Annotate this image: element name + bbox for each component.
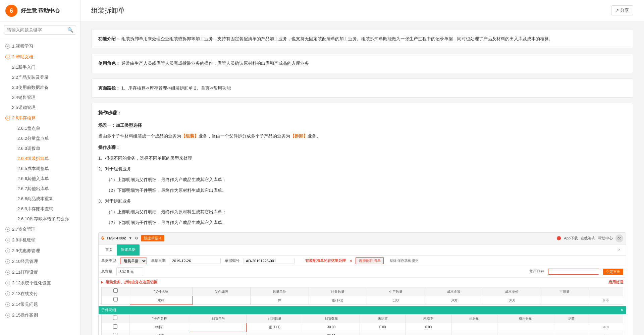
sim-test-id: TEST-H002 [107,235,126,242]
sidebar-item-sales[interactable]: 2.4销售管理 [0,93,80,103]
sim-th-checkbox [102,287,130,296]
sidebar-item-cost-recalc[interactable]: 2.6.8商品成本重算 [0,194,80,204]
expand-icon-cases: + [5,313,10,318]
sim-date-input[interactable] [170,258,221,264]
sim-currency-input[interactable] [548,269,599,275]
sim-upper-table: *父件名称 父件编码 数量单位 计量数量 生产数量 成本金额 成本单价 可用量 [101,287,623,305]
search-input[interactable] [7,27,67,33]
logo-icon: 6 [5,5,17,17]
expand-icon-payment: + [5,291,10,296]
share-icon: ↗ [615,8,619,13]
sim-th-op [588,287,623,296]
sidebar-item-video[interactable]: + 1.视频学习 [0,41,80,52]
expand-icon-coupon: + [5,248,10,253]
sim-th-prod-qty: 生产数量 [367,287,425,296]
share-button[interactable]: ↗ 分享 [611,5,633,15]
role-block: 使用角色： 通常由生产人员或库管人员完成拆装业务的操作，库管人员确认原材料的出库… [91,54,633,73]
step3-2: （2）下部明细为子件明细，最终作为产成品生成其它入库单。 [98,218,626,227]
sidebar-item-print[interactable]: + 2.11打印设置 [0,267,80,278]
sim-th-qty-unit: 数量单位 [251,287,309,296]
intro-block: 功能介绍： 组装拆卸单用来处理企业组装或拆卸等加工业务，支持有固定装配清单的产品… [91,29,633,48]
sidebar-item-faq[interactable]: + 2.14常见问题 [0,299,80,310]
sidebar-item-payment[interactable]: + 2.13在线支付 [0,288,80,299]
annotation1-arrow [350,260,352,262]
sim-confirm-btn[interactable]: 立定支出 [603,269,623,275]
sidebar-item-install[interactable]: 2.2产品安装及登录 [0,72,80,82]
sidebar-item-stocktake[interactable]: 2.6.1盘点单 [0,123,80,133]
sidebar-item-transfer[interactable]: 2.6.3调拨单 [0,144,80,154]
step3: 3、对于拆卸业务 [98,197,626,206]
sidebar-item-inventory[interactable]: − 2.6库存核算 [0,113,80,123]
sim-tab-new[interactable]: 新建单据 [117,244,140,256]
step1: 1、根据不同的业务，选择不同单据的类型来处理 [98,154,626,163]
sidebar-item-assembly[interactable]: 2.6.4组装拆卸单 [0,154,80,164]
ops-block: 操作步骤： 场景一：加工类型选择 当由多个子件材料组装成一个成品的业务为【组装】… [91,103,633,335]
sim-type-label: 单据类型 [101,258,116,264]
annotation2-row: 组装业务、拆卸业务在这里切换 启用处理 [99,278,626,287]
intro-label: 功能介绍： [98,36,120,41]
sim-form-row: 单据类型 组装单据 拆卸单据 单据日期 单据编号 有装配清单的在这里处理 选择配… [99,256,626,266]
path-block: 页面路径： 1、库存核算->库存管理->组装拆卸单 2、首页->常用功能 [91,78,633,98]
role-text: 通常由生产人员或库管人员完成拆装业务的操作，库管人员确认原材料的出库和产成品的入… [121,61,309,66]
annotation3-text: 启用处理 [608,279,623,286]
sidebar-item-finance[interactable]: + 2.7资金管理 [0,224,80,235]
logo-area: 6 好生意 帮助中心 [0,0,80,22]
expand-icon: + [5,44,10,49]
sidebar-item-partial-stocktake[interactable]: 2.6.2分量盘点单 [0,133,80,144]
sim-new-doc-btn[interactable]: 新建单据-1 [141,235,164,241]
sidebar-item-mobile[interactable]: + 2.8手机旺铺 [0,235,80,245]
sim-upper-table-wrap: *父件名称 父件编码 数量单位 计量数量 生产数量 成本金额 成本单价 可用量 [99,287,626,306]
expand-icon-faq: + [5,302,10,307]
sidebar-item-settings[interactable]: + 2.12系统个性化设置 [0,278,80,288]
sidebar-item-ledger-error[interactable]: 2.6.10库存账本错了怎么办 [0,214,80,224]
sidebar-item-help-docs[interactable]: − 2.帮助文档 [0,52,80,62]
sidebar-item-purchase[interactable]: 2.5采购管理 [0,103,80,113]
sidebar-item-coupon[interactable]: + 2.9优惠券管理 [0,245,80,256]
sidebar-item-cases[interactable]: + 2.15操作案例 [0,310,80,321]
sim-type-select[interactable]: 组装单据 拆卸单据 [120,258,147,264]
sim-th-cost-price: 成本单价 [483,287,541,296]
search-box[interactable]: 🔍 [4,25,76,35]
sim-th-cost-amt: 成本金额 [425,287,483,296]
sim-th-avail-qty: 可用量 [541,287,588,296]
expand-icon-settings: + [5,281,10,285]
sim-lower-table-header: 子件明细 ⇅ [99,306,626,314]
sim-date-label: 单据日期 [151,258,166,264]
page-title: 组装拆卸单 [91,6,125,15]
step2: 2、对于组装业务 [98,165,626,173]
annotation2-arrow [101,281,103,284]
expand-icon-ops: + [5,259,10,264]
scenario1-desc: 当由多个子件材料组装成一个成品的业务为【组装】业务，当由一个父件拆分成多个子产品… [98,132,626,141]
annotation2-text: 组装业务、拆卸业务在这里切换 [106,279,157,286]
collapse-icon: − [5,55,10,59]
sidebar-item-ledger-query[interactable]: 2.6.9库存账本查询 [0,204,80,214]
sim-bom-btn[interactable]: 选择配件清单 [356,257,384,264]
annotation1-text: 有装配清单的在这里处理 [305,258,346,264]
ops-steps-subtitle: 操作步骤： [98,145,120,150]
step2-2: （2）下部明细为子件明细，最终作为原材料生成其它出库单。 [98,186,626,195]
search-area: 🔍 [0,22,80,38]
sidebar-item-other-in[interactable]: 2.6.6其他入库单 [0,174,80,184]
sidebar-item-cost-adjust[interactable]: 2.6.5成本调整单 [0,164,80,174]
sidebar-item-beginner[interactable]: 2.1新手入门 [0,62,80,72]
sim-th-measure-qty: 计量数量 [309,287,367,296]
sim-top-bar: 6 TEST-H002 ▼ ⚙ 新建单据-1 🔴 App下载 在线咨询 帮助中心… [99,233,626,244]
intro-text: 组装拆卸单用来处理企业组装或拆卸等加工业务，支持有固定装配清单的产品加工业务，也… [121,36,553,41]
step3-1: （1）上部明细为父件明细，最终作为原材料生成其它出库单； [98,208,626,216]
ops-title: 操作步骤： [98,109,626,117]
sim-no-input[interactable] [244,258,294,264]
search-icon[interactable]: 🔍 [67,27,73,33]
expand-icon-print: + [5,270,10,275]
sim-tabs: 首页 新建单据 ✕ [99,244,626,256]
steps-content: 场景一：加工类型选择 当由多个子件材料组装成一个成品的业务为【组装】业务，当由一… [98,121,626,227]
logo-text: 好生意 帮助中心 [21,7,60,14]
sidebar-item-other-out[interactable]: 2.6.7其他出库单 [0,184,80,194]
content-area: 功能介绍： 组装拆卸单用来处理企业组装或拆卸等加工业务，支持有固定装配清单的产品… [80,21,644,335]
sidebar-item-data-prep[interactable]: 2.3使用前数据准备 [0,82,80,93]
table-row: 水杯 件 批(1+1) 100 0.00 0.00 ⊕ ⊖ [102,296,623,305]
sidebar-item-ops[interactable]: + 2.10经营管理 [0,256,80,267]
sim-tab-home[interactable]: 首页 [101,244,117,256]
table-row: 物料2 30.00 ⊕ ⊖ [102,332,623,335]
sim-th-parent-code: 父件编码 [193,287,251,296]
screenshot-container: 6 TEST-H002 ▼ ⚙ 新建单据-1 🔴 App下载 在线咨询 帮助中心… [98,232,626,335]
